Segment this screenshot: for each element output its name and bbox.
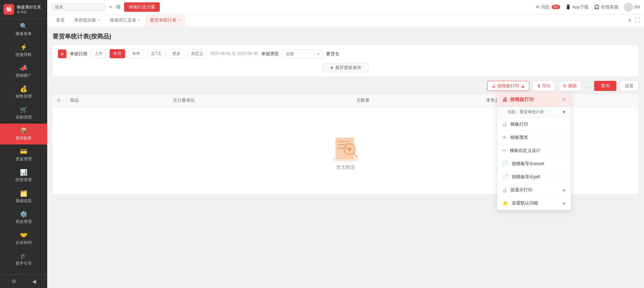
tab-close-all-icon[interactable]: ✕ bbox=[627, 17, 632, 24]
logo-icon: 畅 bbox=[3, 4, 14, 15]
current-month-btn[interactable]: 本月 bbox=[110, 49, 125, 58]
expand-more-btn[interactable]: ▼ 展开更多条件 bbox=[323, 63, 369, 72]
online-service-item[interactable]: 🎧 在线客服 bbox=[594, 4, 618, 10]
query-button[interactable]: 查询 bbox=[594, 81, 616, 91]
tab-collect-summary-close[interactable]: × bbox=[138, 18, 141, 23]
sidebar-item-operation[interactable]: 📊 经营管理 bbox=[0, 165, 47, 186]
operation-icon: 📊 bbox=[20, 169, 27, 176]
sidebar-item-marketing[interactable]: 📣 营销推广 bbox=[0, 61, 47, 82]
sidebar-item-quick-nav[interactable]: ⚡ 快捷导航 bbox=[0, 40, 47, 61]
print-header-icon: 🖨 bbox=[502, 97, 507, 103]
export-button[interactable]: ⬆ 导出 bbox=[533, 81, 555, 91]
tab-expand-icon[interactable]: ⛶ bbox=[635, 17, 640, 24]
operation-label: 经营管理 bbox=[16, 177, 32, 183]
topbar: ▼ ⚙ 体验行业方案 ✉ 消息 99+ 📱 App下载 🎧 在线客服 Rit bbox=[47, 0, 644, 14]
col-quantity: 主数量 bbox=[352, 94, 482, 107]
prev-month-btn[interactable]: 上月 bbox=[91, 49, 106, 58]
marketing-icon: 📣 bbox=[20, 64, 27, 72]
set-default-label: 设置默认功能 bbox=[512, 200, 538, 206]
search-chevron-icon[interactable]: ▼ bbox=[109, 5, 113, 9]
template-export-excel-item[interactable]: 📄 按模板导出excel bbox=[497, 157, 571, 170]
settings-button[interactable]: 设置 bbox=[620, 81, 639, 91]
svg-rect-2 bbox=[338, 141, 350, 142]
basic-label: 基础信息 bbox=[16, 198, 32, 204]
sidebar-item-basic[interactable]: 🗂️ 基础信息 bbox=[0, 186, 47, 207]
app-version: 标准版 bbox=[17, 10, 41, 14]
sidebar-item-inventory[interactable]: 📦 库存核算 bbox=[0, 124, 47, 145]
more-date-btn[interactable]: 更多 bbox=[169, 49, 184, 58]
filter-expand-button[interactable]: » bbox=[58, 50, 66, 58]
display-print-left: 🖨 按显示打印 bbox=[502, 187, 532, 193]
tab-batch-accounts-close[interactable]: × bbox=[98, 18, 100, 23]
template-export-pdf-item[interactable]: 📄 按模板导出pdf bbox=[497, 170, 571, 184]
template-custom-item[interactable]: ✏ 模板自定义设计 bbox=[497, 144, 571, 157]
trial-button[interactable]: 体验行业方案 bbox=[124, 2, 160, 12]
sidebar-footer: ⚙ ◀ bbox=[0, 275, 47, 288]
printer-icon: 🖨 bbox=[492, 84, 496, 89]
basic-icon: 🗂️ bbox=[20, 190, 27, 197]
display-print-item[interactable]: 🖨 按显示打印 ▶ bbox=[497, 184, 571, 197]
print-template-label: 按模板打印 bbox=[497, 83, 519, 89]
sidebar-item-finance[interactable]: 💳 资金管理 bbox=[0, 145, 47, 165]
purchase-icon: 🛒 bbox=[20, 106, 27, 114]
template-custom-icon: ✏ bbox=[502, 148, 506, 154]
col-unit: 主计量单位 bbox=[169, 94, 352, 107]
sidebar-item-system[interactable]: ⚙️ 系统管理 bbox=[0, 207, 47, 228]
settings-footer-icon[interactable]: ⚙ bbox=[11, 278, 16, 285]
sidebar-item-purchase[interactable]: 🛒 采购管理 bbox=[0, 103, 47, 124]
tab-collect-summary[interactable]: 收发存汇总表 × bbox=[105, 14, 145, 27]
template-preview-label: 模板预览 bbox=[510, 134, 528, 140]
display-print-icon: 🖨 bbox=[502, 187, 507, 193]
svg-rect-4 bbox=[338, 148, 349, 149]
app-download-item[interactable]: 📱 App下载 bbox=[565, 4, 589, 10]
export-label: 导出 bbox=[542, 83, 551, 89]
doc-type-select[interactable]: 全部 要货单 bbox=[282, 50, 323, 58]
last7days-btn[interactable]: 近7天 bbox=[147, 49, 165, 58]
page-title: 要货单统计表(按商品) bbox=[53, 32, 639, 40]
sidebar-item-sales[interactable]: 💰 销售管理 bbox=[0, 82, 47, 103]
tab-order-stats[interactable]: 要货单统计表 × bbox=[145, 14, 185, 27]
search-label: 搜索菜单 bbox=[16, 31, 32, 37]
display-print-arrow: ▶ bbox=[563, 188, 566, 192]
more-actions-icon[interactable]: … bbox=[585, 83, 591, 90]
print-dropdown-close-icon[interactable]: ✕ bbox=[562, 96, 566, 103]
set-default-icon: ⭐ bbox=[502, 200, 508, 206]
doc-type-label: 单据类型 bbox=[261, 51, 279, 57]
system-label: 系统管理 bbox=[16, 219, 32, 225]
app-name: 畅捷通好生意 bbox=[17, 4, 41, 10]
print-template-button[interactable]: 🖨 按模板打印 ▲ bbox=[487, 81, 529, 91]
refresh-button[interactable]: ↻ 刷新 bbox=[559, 81, 581, 91]
collapse-sidebar-icon[interactable]: ◀ bbox=[32, 278, 36, 285]
custom-date-btn[interactable]: 自定义 bbox=[187, 49, 207, 58]
export-icon: ⬆ bbox=[537, 84, 541, 89]
topbar-right: ✉ 消息 99+ 📱 App下载 🎧 在线客服 Rit bbox=[536, 2, 640, 12]
print-dropdown-header: 🖨 按模板打印 ✕ bbox=[497, 93, 571, 106]
template-preview-item[interactable]: 👁 模板预览 bbox=[497, 131, 571, 144]
sidebar-item-enterprise[interactable]: 🤝 企业协同 bbox=[0, 228, 47, 249]
current-year-btn[interactable]: 本年 bbox=[128, 49, 144, 58]
table-column-settings-icon[interactable]: ⚙ bbox=[57, 98, 61, 103]
sidebar-item-appstore[interactable]: 📱 应用中心 bbox=[0, 270, 47, 275]
user-item[interactable]: Rit bbox=[624, 2, 640, 12]
print-dropdown-current-template[interactable]: 当前：要货单统计表 ▼ bbox=[497, 106, 571, 118]
tab-home[interactable]: 首页 bbox=[51, 14, 69, 27]
filter-more-row: ▼ 展开更多条件 bbox=[58, 63, 633, 72]
template-print-item[interactable]: 🖨 模板打印 bbox=[497, 118, 571, 131]
sidebar-item-newbie[interactable]: 🎓 新手引导 bbox=[0, 249, 47, 270]
marketing-label: 营销推广 bbox=[16, 73, 32, 78]
tab-order-stats-close[interactable]: × bbox=[178, 18, 181, 23]
sidebar-item-search[interactable]: 🔍 搜索菜单 bbox=[0, 19, 47, 40]
quick-nav-icon: ⚡ bbox=[20, 43, 27, 51]
template-print-label: 模板打印 bbox=[510, 121, 528, 127]
message-item[interactable]: ✉ 消息 99+ bbox=[536, 4, 560, 10]
set-default-item[interactable]: ⭐ 设置默认功能 ▶ bbox=[497, 197, 571, 210]
print-chevron-icon: ▲ bbox=[521, 84, 525, 89]
search-input[interactable] bbox=[51, 3, 105, 11]
tab-order-stats-label: 要货单统计表 bbox=[150, 17, 176, 23]
print-dropdown-title-area: 🖨 按模板打印 bbox=[502, 97, 534, 103]
filter-bar: » 单据日期 上月 本月 本年 近7天 更多 自定义 2023-06-01 至 … bbox=[53, 45, 639, 76]
gear-icon[interactable]: ⚙ bbox=[116, 4, 121, 10]
newbie-icon: 🎓 bbox=[20, 252, 27, 260]
message-icon: ✉ bbox=[536, 4, 539, 9]
tab-batch-accounts[interactable]: 库存批次账 × bbox=[69, 14, 105, 27]
